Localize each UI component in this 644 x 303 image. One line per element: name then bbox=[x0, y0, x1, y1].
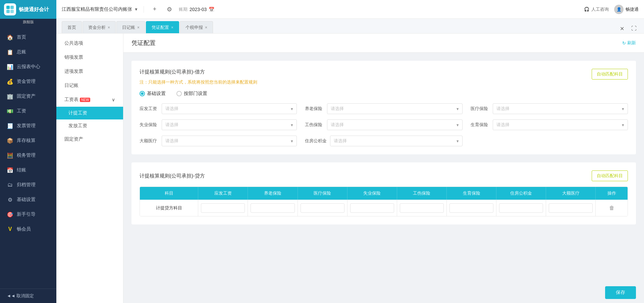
medical-placeholder: 请选择 bbox=[496, 106, 509, 112]
tab-journal-close[interactable]: × bbox=[137, 25, 140, 30]
expand-icon: ⛶ bbox=[631, 26, 637, 32]
td-ops: 🗑 bbox=[596, 200, 628, 216]
tab-tax-return-close[interactable]: × bbox=[205, 25, 207, 30]
sidebar-label-settings: 基础设置 bbox=[17, 197, 36, 203]
table-header-row: 科目 应发工资 养老保险 医疗保险 失业保险 工伤保险 生育保险 住房公积金 大… bbox=[140, 187, 628, 200]
menu-item-public-options[interactable]: 公共选项 bbox=[56, 36, 123, 50]
field-injury: 工伤保险 请选择 ▾ bbox=[305, 119, 462, 130]
page-header: 凭证配置 ↻ 刷新 bbox=[123, 34, 644, 53]
cancel-pin-label: ◄◄ 取消固定 bbox=[7, 293, 34, 299]
sidebar-item-funds[interactable]: 💰 资金管理 bbox=[0, 74, 56, 89]
sidebar-item-tax[interactable]: 🧮 税务管理 bbox=[0, 148, 56, 163]
settings-button[interactable]: ⚙ bbox=[164, 4, 175, 15]
salary-icon: 💵 bbox=[7, 108, 13, 114]
sidebar-item-reports[interactable]: 📊 云报表中心 bbox=[0, 59, 56, 74]
menu-sub-item-payment[interactable]: 发放工资 bbox=[56, 119, 123, 132]
calendar-icon[interactable]: 📅 bbox=[209, 7, 214, 12]
debit-warning-note: 注：只能选择一种方式，系统将按照您当前的选择来配置规则 bbox=[140, 79, 257, 85]
td-unemployment-input-cell bbox=[347, 200, 397, 216]
housing-fund-select[interactable]: 请选择 ▾ bbox=[330, 136, 462, 146]
sidebar-item-inventory[interactable]: 📦 库存核算 bbox=[0, 133, 56, 148]
credit-major-medical-input[interactable] bbox=[549, 203, 593, 213]
tax-icon: 🧮 bbox=[7, 152, 13, 159]
sidebar-item-settings[interactable]: ⚙ 基础设置 bbox=[0, 192, 56, 207]
assets-icon: 🏢 bbox=[7, 93, 13, 100]
credit-gross-salary-input[interactable] bbox=[201, 203, 245, 213]
menu-item-journal[interactable]: 日记账 bbox=[56, 79, 123, 93]
radio-dept-circle bbox=[176, 91, 182, 96]
credit-medical-input[interactable] bbox=[301, 203, 344, 213]
maternity-select[interactable]: 请选择 ▾ bbox=[493, 119, 628, 130]
credit-housing-fund-input[interactable] bbox=[499, 203, 543, 213]
topbar-right: 🎧 人工咨询 👤 畅捷通 bbox=[584, 5, 639, 14]
sidebar-item-archive[interactable]: 🗂 归档管理 bbox=[0, 178, 56, 192]
gross-salary-label: 应发工资 bbox=[140, 106, 158, 112]
medical-label: 医疗保险 bbox=[471, 106, 489, 112]
add-account-button[interactable]: + bbox=[149, 4, 160, 15]
sidebar-label-salary: 工资 bbox=[17, 108, 26, 114]
major-medical-select[interactable]: 请选择 ▾ bbox=[162, 136, 297, 146]
credit-unemployment-input[interactable] bbox=[350, 203, 394, 213]
tab-close-all-button[interactable]: ✕ bbox=[617, 24, 627, 33]
menu-item-sales-invoice[interactable]: 销项发票 bbox=[56, 50, 123, 64]
user-info[interactable]: 👤 畅捷通 bbox=[614, 5, 639, 14]
menu-group-salary-header[interactable]: 工资表NEW ∨ bbox=[56, 93, 123, 107]
radio-basic-settings[interactable]: 基础设置 bbox=[140, 91, 166, 97]
credit-maternity-input[interactable] bbox=[449, 203, 493, 213]
tab-home[interactable]: 首页 bbox=[62, 21, 82, 33]
menu-item-fixed-assets[interactable]: 固定资产 bbox=[56, 132, 123, 146]
field-gross-salary: 应发工资 请选择 ▾ bbox=[140, 103, 297, 114]
tab-expand-button[interactable]: ⛶ bbox=[629, 24, 639, 33]
sidebar-item-assets[interactable]: 🏢 固定资产 bbox=[0, 89, 56, 104]
gross-salary-select[interactable]: 请选择 ▾ bbox=[162, 103, 297, 114]
menu-sub-item-accrual[interactable]: 计提工资 bbox=[56, 107, 123, 119]
menu-item-purchase-invoice[interactable]: 进项发票 bbox=[56, 64, 123, 79]
save-button[interactable]: 保存 bbox=[605, 286, 636, 299]
logo-text-area: 畅捷通好会计 bbox=[19, 6, 49, 12]
debit-auto-match-button[interactable]: 自动匹配科目 bbox=[592, 69, 628, 80]
credit-injury-input[interactable] bbox=[400, 203, 444, 213]
sidebar-item-ledger[interactable]: 📋 总账 bbox=[0, 45, 56, 59]
home-icon: 🏠 bbox=[7, 34, 13, 41]
close-icon: ✕ bbox=[620, 26, 624, 32]
sidebar-item-salary[interactable]: 💵 工资 bbox=[0, 104, 56, 118]
sidebar-item-close[interactable]: 📅 结账 bbox=[0, 163, 56, 178]
housing-fund-label: 住房公积金 bbox=[305, 138, 327, 144]
tab-capital-analysis-close[interactable]: × bbox=[108, 25, 110, 30]
refresh-button[interactable]: ↻ 刷新 bbox=[622, 40, 636, 51]
major-medical-chevron: ▾ bbox=[291, 139, 293, 144]
tab-tax-return[interactable]: 个税申报 × bbox=[180, 21, 213, 33]
sidebar-item-guide[interactable]: 🎯 新手引导 bbox=[0, 207, 56, 222]
tab-capital-analysis[interactable]: 资金分析 × bbox=[83, 21, 116, 33]
tab-journal[interactable]: 日记账 × bbox=[116, 21, 145, 33]
credit-auto-match-button[interactable]: 自动匹配科目 bbox=[592, 170, 628, 181]
edition-badge: 旗舰版 bbox=[0, 19, 56, 27]
unemployment-select[interactable]: 请选择 ▾ bbox=[162, 119, 297, 130]
sidebar-label-close: 结账 bbox=[17, 167, 26, 173]
funds-icon: 💰 bbox=[7, 78, 13, 85]
injury-select[interactable]: 请选择 ▾ bbox=[327, 119, 462, 130]
th-medical: 医疗保险 bbox=[298, 187, 347, 200]
credit-table: 科目 应发工资 养老保险 医疗保险 失业保险 工伤保险 生育保险 住房公积金 大… bbox=[140, 187, 628, 216]
credit-section-title: 计提核算规则(公司承担)-贷方 bbox=[140, 173, 205, 179]
cancel-pin-button[interactable]: ◄◄ 取消固定 bbox=[0, 289, 56, 303]
company-selector[interactable]: 江西服宝精品有限责任公司内账张 ▼ bbox=[62, 6, 138, 12]
tab-voucher-config[interactable]: 凭证配置 × bbox=[146, 21, 179, 33]
service-button[interactable]: 🎧 人工咨询 bbox=[584, 6, 609, 12]
sidebar-item-invoice[interactable]: 🧾 发票管理 bbox=[0, 118, 56, 133]
sidebar-item-vip[interactable]: V 畅会员 bbox=[0, 222, 56, 237]
radio-dept-settings[interactable]: 按部门设置 bbox=[176, 91, 207, 97]
tab-voucher-config-label: 凭证配置 bbox=[152, 24, 169, 31]
credit-pension-input[interactable] bbox=[251, 203, 294, 213]
td-medical-input-cell bbox=[298, 200, 347, 216]
medical-select[interactable]: 请选择 ▾ bbox=[493, 103, 628, 114]
gear-icon: ⚙ bbox=[167, 6, 172, 13]
gross-salary-placeholder: 请选择 bbox=[165, 106, 178, 112]
sidebar-label-reports: 云报表中心 bbox=[17, 64, 40, 70]
gross-salary-chevron: ▾ bbox=[291, 106, 293, 111]
injury-chevron: ▾ bbox=[457, 122, 459, 128]
pension-select[interactable]: 请选择 ▾ bbox=[327, 103, 462, 114]
tab-voucher-config-close[interactable]: × bbox=[171, 25, 173, 30]
delete-row-button[interactable]: 🗑 bbox=[609, 205, 614, 211]
sidebar-item-home[interactable]: 🏠 首页 bbox=[0, 30, 56, 45]
